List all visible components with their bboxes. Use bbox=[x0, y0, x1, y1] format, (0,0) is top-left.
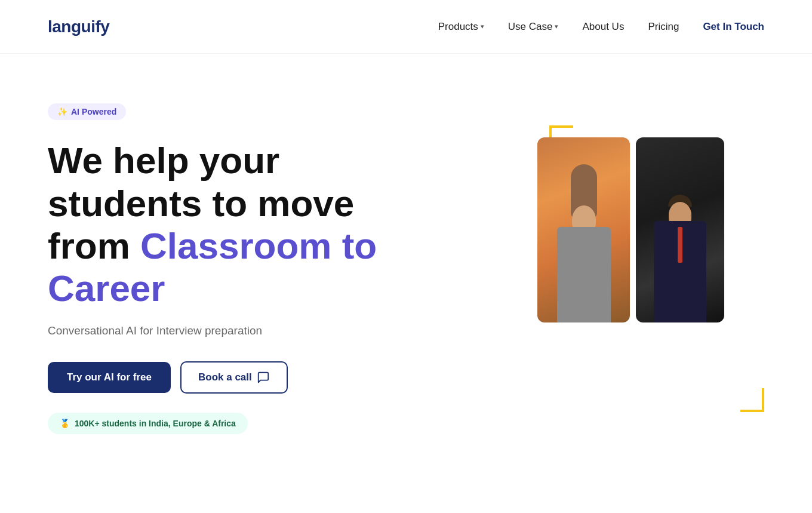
logo[interactable]: languify bbox=[48, 17, 109, 36]
chevron-down-icon: ▾ bbox=[481, 23, 484, 30]
nav-links: Products ▾ Use Case ▾ About Us Pricing G… bbox=[438, 21, 764, 33]
sparkle-icon: ✨ bbox=[57, 107, 67, 116]
photo-man bbox=[636, 137, 724, 322]
students-badge: 🥇 100K+ students in India, Europe & Afri… bbox=[48, 413, 248, 434]
man-tie bbox=[678, 227, 682, 263]
hero-right bbox=[406, 107, 764, 430]
nav-link-pricing[interactable]: Pricing bbox=[648, 21, 679, 33]
nav-item-pricing[interactable]: Pricing bbox=[648, 21, 679, 33]
corner-bracket-br bbox=[740, 388, 764, 412]
chat-icon bbox=[257, 371, 270, 384]
hero-subtitle: Conversational AI for Interview preparat… bbox=[48, 324, 406, 337]
ai-powered-badge: ✨ AI Powered bbox=[48, 103, 126, 120]
woman-body bbox=[557, 227, 611, 322]
hero-left: ✨ AI Powered We help your students to mo… bbox=[48, 103, 406, 434]
nav-item-use-case[interactable]: Use Case ▾ bbox=[508, 21, 559, 33]
students-badge-text: 100K+ students in India, Europe & Africa bbox=[75, 419, 236, 428]
chevron-down-icon: ▾ bbox=[555, 23, 558, 30]
hero-section: ✨ AI Powered We help your students to mo… bbox=[0, 54, 812, 472]
try-ai-button[interactable]: Try our AI for free bbox=[48, 362, 171, 393]
book-call-button[interactable]: Book a call bbox=[180, 361, 288, 394]
nav-link-use-case[interactable]: Use Case ▾ bbox=[508, 21, 559, 33]
nav-link-about-us[interactable]: About Us bbox=[582, 21, 624, 33]
navbar: languify Products ▾ Use Case ▾ About Us … bbox=[0, 0, 812, 54]
badge-label: AI Powered bbox=[71, 107, 116, 116]
nav-item-get-in-touch[interactable]: Get In Touch bbox=[703, 21, 764, 33]
photo-container bbox=[537, 137, 724, 322]
man-body bbox=[654, 221, 706, 322]
hero-buttons: Try our AI for free Book a call bbox=[48, 361, 406, 394]
photo-woman bbox=[537, 137, 630, 322]
medal-icon: 🥇 bbox=[60, 419, 70, 428]
nav-item-products[interactable]: Products ▾ bbox=[438, 21, 484, 33]
nav-link-get-in-touch[interactable]: Get In Touch bbox=[703, 21, 764, 33]
hero-title: We help your students to move from Class… bbox=[48, 139, 406, 309]
nav-item-about-us[interactable]: About Us bbox=[582, 21, 624, 33]
book-call-label: Book a call bbox=[198, 371, 252, 383]
nav-link-products[interactable]: Products ▾ bbox=[438, 21, 484, 33]
image-frame bbox=[537, 125, 764, 412]
